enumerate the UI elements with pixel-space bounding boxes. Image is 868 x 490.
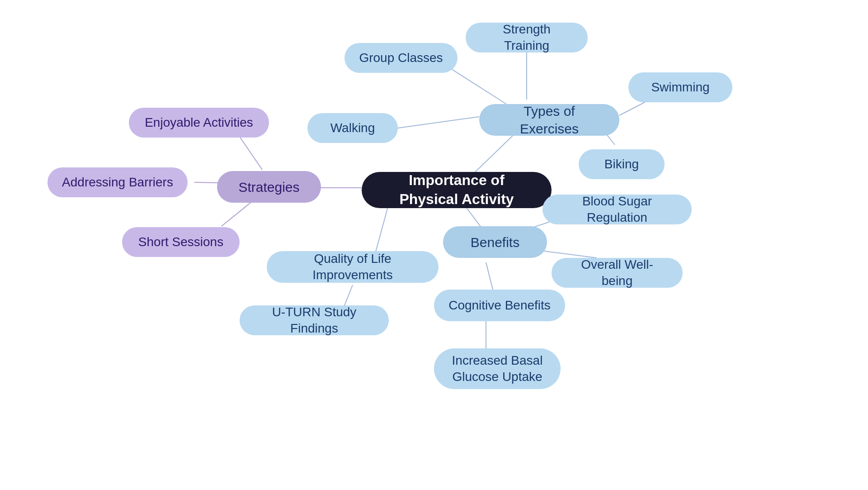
addressing-barriers-node: Addressing Barriers [47,167,188,197]
uturn-study-node: U-TURN Study Findings [240,305,389,335]
swimming-node: Swimming [628,72,732,102]
svg-line-4 [398,117,479,128]
types-of-exercises-node: Types of Exercises [479,104,619,136]
cognitive-benefits-node: Cognitive Benefits [434,290,565,321]
enjoyable-activities-node: Enjoyable Activities [129,108,269,138]
increased-basal-glucose-node: Increased Basal Glucose Uptake [434,348,561,389]
group-classes-node: Group Classes [344,43,458,73]
svg-line-9 [486,262,493,290]
overall-wellbeing-node: Overall Well-being [552,258,683,288]
benefits-node: Benefits [443,226,547,258]
quality-of-life-node: Quality of Life Improvements [267,251,439,283]
walking-node: Walking [307,113,398,143]
biking-node: Biking [579,149,665,179]
svg-line-11 [375,204,389,253]
strength-training-node: Strength Training [466,23,588,52]
blood-sugar-regulation-node: Blood Sugar Regulation [542,195,692,224]
strategies-node: Strategies [217,171,321,203]
center-node: Importance of Physical Activity [362,172,552,208]
short-sessions-node: Short Sessions [122,227,240,257]
